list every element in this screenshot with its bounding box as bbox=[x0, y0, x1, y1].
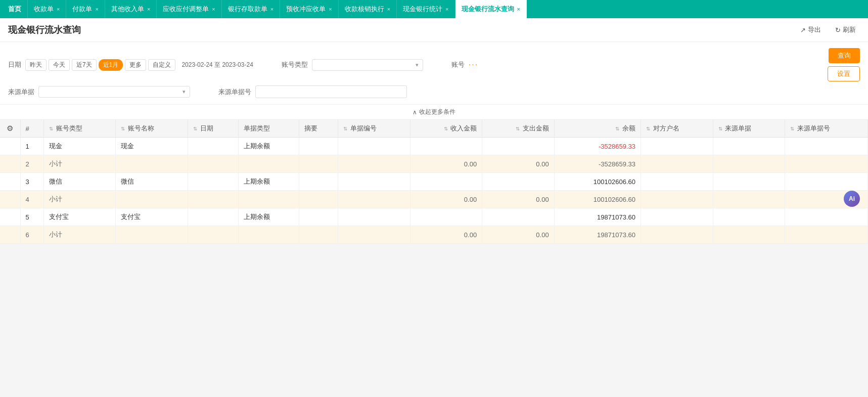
row-source-doc-num bbox=[785, 138, 868, 155]
sort-icon: ⇅ bbox=[193, 126, 197, 131]
close-icon[interactable]: × bbox=[95, 6, 98, 12]
row-account-name: 现金 bbox=[116, 138, 188, 155]
date-label: 日期 bbox=[8, 60, 21, 69]
row-counterpart bbox=[641, 226, 713, 244]
date-btn-yesterday[interactable]: 昨天 bbox=[25, 59, 47, 71]
close-icon[interactable]: × bbox=[57, 6, 60, 12]
row-income bbox=[410, 138, 482, 155]
table-row: 4 小计 0.00 0.00 100102606.60 bbox=[0, 191, 868, 208]
row-date bbox=[188, 208, 238, 226]
row-doc-type bbox=[238, 226, 299, 244]
col-source-doc-num[interactable]: ⇅ 来源单据号 bbox=[785, 120, 868, 138]
row-date bbox=[188, 173, 238, 191]
row-source-doc-num bbox=[785, 208, 868, 226]
filter-row-2: 来源单据 ▾ 来源单据号 bbox=[8, 85, 860, 98]
date-btn-today[interactable]: 今天 bbox=[49, 59, 70, 71]
export-button[interactable]: ↗ 导出 bbox=[796, 23, 825, 36]
settings-button[interactable]: 设置 bbox=[828, 66, 860, 81]
row-account-name bbox=[116, 226, 188, 244]
col-summary: 摘要 bbox=[299, 120, 338, 138]
sort-icon: ⇅ bbox=[343, 126, 347, 131]
date-btn-more[interactable]: 更多 bbox=[125, 59, 146, 71]
date-btn-1month[interactable]: 近1月 bbox=[99, 59, 123, 71]
close-icon[interactable]: × bbox=[212, 6, 215, 12]
row-doc-type bbox=[238, 191, 299, 208]
chevron-up-icon: ∧ bbox=[413, 109, 417, 116]
nav-yushouzhong[interactable]: 预收冲应收单 × bbox=[280, 0, 338, 18]
close-icon[interactable]: × bbox=[147, 6, 150, 12]
row-summary bbox=[299, 226, 338, 244]
row-index: 6 bbox=[20, 226, 43, 244]
nav-yingshoutiaozheng[interactable]: 应收应付调整单 × bbox=[157, 0, 221, 18]
row-summary bbox=[299, 208, 338, 226]
refresh-button[interactable]: ↻ 刷新 bbox=[831, 23, 860, 36]
date-btn-custom[interactable]: 自定义 bbox=[148, 59, 175, 71]
source-doc-num-group: 来源单据号 bbox=[218, 85, 407, 98]
row-income bbox=[410, 208, 482, 226]
row-counterpart bbox=[641, 138, 713, 155]
col-doc-number[interactable]: ⇅ 单据编号 bbox=[338, 120, 410, 138]
col-expense[interactable]: ⇅ 支出金额 bbox=[482, 120, 555, 138]
row-source-doc bbox=[713, 226, 785, 244]
account-dots[interactable]: ··· bbox=[469, 60, 478, 69]
col-income[interactable]: ⇅ 收入金额 bbox=[410, 120, 482, 138]
row-balance: -3528659.33 bbox=[554, 155, 641, 173]
sort-icon: ⇅ bbox=[121, 126, 125, 131]
close-icon[interactable]: × bbox=[387, 6, 390, 12]
row-index: 4 bbox=[20, 191, 43, 208]
row-account-type: 小计 bbox=[43, 226, 116, 244]
row-income: 0.00 bbox=[410, 155, 482, 173]
refresh-icon: ↻ bbox=[835, 26, 841, 34]
col-account-type[interactable]: ⇅ 账号类型 bbox=[43, 120, 116, 138]
nav-xianjinliushui[interactable]: 现金银行流水查询 × bbox=[455, 0, 527, 18]
close-icon[interactable]: × bbox=[270, 6, 273, 12]
col-counterpart[interactable]: ⇅ 对方户名 bbox=[641, 120, 713, 138]
nav-yinhangcunquan[interactable]: 银行存取款单 × bbox=[222, 0, 280, 18]
table-row: 1 现金 现金 上期余额 -3528659.33 bbox=[0, 138, 868, 155]
ai-badge[interactable]: Ai bbox=[844, 191, 860, 207]
nav-shoukuanhexiao[interactable]: 收款核销执行 × bbox=[339, 0, 397, 18]
gear-icon: ⚙ bbox=[7, 124, 13, 133]
close-icon[interactable]: × bbox=[329, 6, 332, 12]
close-icon[interactable]: × bbox=[517, 6, 520, 12]
source-doc-select[interactable]: ▾ bbox=[38, 86, 190, 98]
source-doc-label: 来源单据 bbox=[8, 87, 34, 97]
row-expense bbox=[482, 138, 555, 155]
nav-fukuandan[interactable]: 付款单 × bbox=[66, 0, 105, 18]
col-source-doc[interactable]: ⇅ 来源单据 bbox=[713, 120, 785, 138]
query-button[interactable]: 查询 bbox=[829, 48, 860, 63]
row-balance: 19871073.60 bbox=[554, 208, 641, 226]
nav-home[interactable]: 首页 bbox=[2, 0, 28, 18]
table-row: 3 微信 微信 上期余额 100102606.60 bbox=[0, 173, 868, 191]
right-buttons: 查询 设置 bbox=[828, 48, 860, 81]
account-type-filter-group: 账号类型 ▾ bbox=[282, 59, 423, 71]
col-account-name[interactable]: ⇅ 账号名称 bbox=[116, 120, 188, 138]
nav-qitashourudan[interactable]: 其他收入单 × bbox=[105, 0, 157, 18]
date-filter-group: 日期 昨天 今天 近7天 近1月 更多 自定义 2023-02-24 至 202… bbox=[8, 59, 253, 71]
row-gear-cell bbox=[0, 208, 20, 226]
chevron-down-icon-2: ▾ bbox=[182, 89, 186, 95]
nav-xianjintongji[interactable]: 现金银行统计 × bbox=[397, 0, 455, 18]
row-account-name: 支付宝 bbox=[116, 208, 188, 226]
col-date[interactable]: ⇅ 日期 bbox=[188, 120, 238, 138]
collapse-bar[interactable]: ∧ 收起更多条件 bbox=[0, 105, 868, 120]
nav-shoukuandan[interactable]: 收款单 × bbox=[28, 0, 66, 18]
date-btn-7days[interactable]: 近7天 bbox=[72, 59, 97, 71]
row-income bbox=[410, 173, 482, 191]
row-expense: 0.00 bbox=[482, 191, 555, 208]
row-balance: 100102606.60 bbox=[554, 173, 641, 191]
row-doc-type: 上期余额 bbox=[238, 208, 299, 226]
row-account-type: 小计 bbox=[43, 191, 116, 208]
account-type-select[interactable]: ▾ bbox=[312, 59, 423, 71]
source-doc-num-label: 来源单据号 bbox=[218, 87, 251, 97]
row-date bbox=[188, 226, 238, 244]
row-summary bbox=[299, 173, 338, 191]
row-account-type: 现金 bbox=[43, 138, 116, 155]
col-gear[interactable]: ⚙ bbox=[0, 120, 20, 138]
table-row: 2 小计 0.00 0.00 -3528659.33 bbox=[0, 155, 868, 173]
close-icon[interactable]: × bbox=[445, 6, 448, 12]
source-doc-group: 来源单据 ▾ bbox=[8, 86, 190, 98]
source-doc-num-input[interactable] bbox=[255, 85, 407, 98]
row-counterpart bbox=[641, 155, 713, 173]
col-balance[interactable]: ⇅ 余额 bbox=[554, 120, 641, 138]
